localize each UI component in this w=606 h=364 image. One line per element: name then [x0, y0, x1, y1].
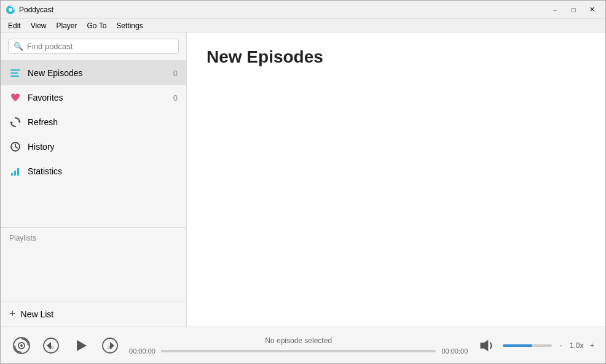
- sidebar-item-statistics[interactable]: Statistics: [1, 159, 186, 184]
- window-controls: − □ ✕: [546, 4, 600, 16]
- search-container: 🔍: [1, 33, 186, 61]
- plus-icon: +: [9, 308, 16, 320]
- menu-bar: Edit View Player Go To Settings: [1, 19, 605, 33]
- player-right: - 1.0x +: [476, 335, 596, 357]
- favorites-icon: [9, 91, 22, 104]
- progress-track[interactable]: [161, 350, 436, 352]
- sidebar-item-label-refresh: Refresh: [28, 117, 178, 127]
- app-title: Poddycast: [19, 6, 546, 14]
- sidebar-item-favorites[interactable]: Favorites 0: [1, 85, 186, 110]
- volume-fill: [503, 344, 532, 347]
- volume-track[interactable]: [503, 344, 552, 347]
- menu-goto[interactable]: Go To: [82, 20, 112, 31]
- podcast-button[interactable]: [10, 335, 33, 357]
- svg-text:30: 30: [108, 345, 112, 349]
- sidebar-item-refresh[interactable]: Refresh: [1, 110, 186, 134]
- rewind-button[interactable]: 30: [40, 335, 62, 357]
- time-end: 00:00:00: [441, 347, 468, 355]
- volume-button[interactable]: [476, 335, 498, 357]
- title-bar: Poddycast − □ ✕: [1, 1, 605, 19]
- statistics-icon: [9, 165, 22, 177]
- svg-rect-4: [10, 76, 19, 77]
- sidebar-item-label-favorites: Favorites: [28, 93, 167, 103]
- nav-section: New Episodes 0 Favorites 0: [1, 61, 186, 227]
- svg-rect-2: [10, 69, 20, 71]
- page-title: New Episodes: [207, 47, 586, 67]
- main-layout: 🔍 New Episodes 0: [1, 33, 605, 327]
- sidebar-item-count-new-episodes: 0: [173, 69, 178, 78]
- refresh-icon: [9, 116, 22, 128]
- svg-rect-8: [11, 173, 13, 176]
- svg-point-1: [9, 8, 12, 12]
- sidebar-item-count-favorites: 0: [173, 93, 178, 103]
- speed-label: 1.0x: [570, 341, 584, 350]
- speed-plus[interactable]: +: [588, 341, 596, 350]
- svg-marker-17: [77, 340, 87, 351]
- no-episode-label: No episode selected: [265, 336, 332, 345]
- time-start: 00:00:00: [128, 347, 156, 355]
- playlists-section: Playlists: [1, 227, 186, 301]
- maximize-button[interactable]: □: [565, 4, 582, 16]
- svg-rect-3: [10, 72, 18, 74]
- speed-separator: -: [557, 341, 564, 350]
- fastforward-button[interactable]: 30: [99, 335, 121, 357]
- svg-rect-10: [17, 168, 19, 176]
- svg-rect-9: [14, 171, 16, 176]
- menu-settings[interactable]: Settings: [111, 20, 148, 31]
- play-button[interactable]: [69, 335, 92, 357]
- sidebar-item-label-new-episodes: New Episodes: [28, 68, 167, 78]
- content-area: New Episodes: [187, 33, 605, 327]
- new-list-label: New List: [21, 309, 54, 319]
- svg-point-13: [20, 344, 23, 347]
- sidebar-item-history[interactable]: History: [1, 134, 186, 159]
- close-button[interactable]: ✕: [583, 4, 600, 16]
- menu-view[interactable]: View: [26, 20, 52, 31]
- sidebar: 🔍 New Episodes 0: [1, 33, 187, 327]
- search-input[interactable]: [27, 42, 173, 51]
- new-episodes-icon: [9, 67, 22, 79]
- playlists-label: Playlists: [9, 234, 36, 242]
- history-icon: [9, 141, 22, 153]
- app-icon: [6, 5, 15, 15]
- svg-text:30: 30: [49, 345, 53, 349]
- sidebar-item-new-episodes[interactable]: New Episodes 0: [1, 61, 186, 85]
- player-center: No episode selected 00:00:00 00:00:00: [128, 336, 468, 355]
- sidebar-item-label-history: History: [28, 142, 178, 152]
- menu-player[interactable]: Player: [51, 20, 82, 31]
- menu-edit[interactable]: Edit: [3, 20, 26, 31]
- player-bar: 30 30 No episode selected 00:00:00 00:00…: [1, 327, 605, 363]
- sidebar-item-label-statistics: Statistics: [28, 166, 178, 176]
- new-list-button[interactable]: + New List: [1, 301, 186, 327]
- search-box: 🔍: [8, 39, 179, 54]
- minimize-button[interactable]: −: [546, 4, 564, 16]
- search-icon: 🔍: [14, 42, 23, 51]
- progress-row: 00:00:00 00:00:00: [128, 347, 468, 355]
- svg-marker-21: [481, 339, 489, 351]
